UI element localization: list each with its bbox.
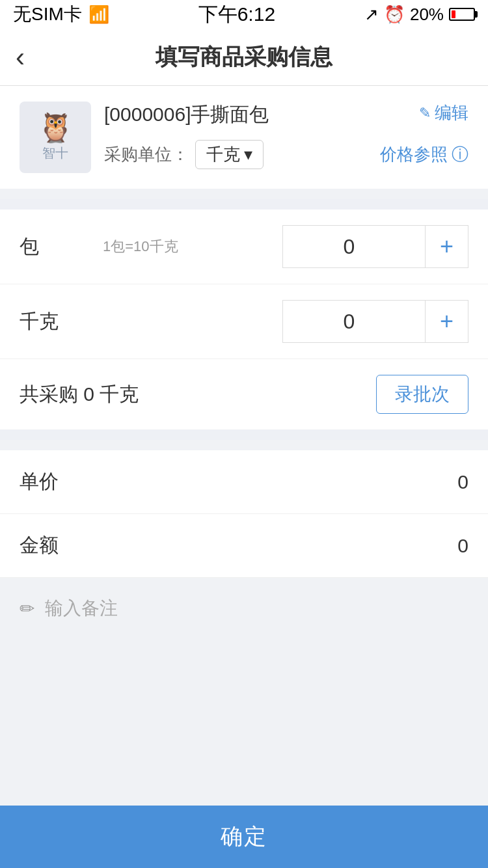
kg-plus-button[interactable]: + [426,300,468,343]
edit-label: 编辑 [435,102,468,124]
status-right: ↗ ⏰ 20% [364,5,475,25]
product-thumbnail: 🦉 智十 [20,102,91,173]
help-icon: ⓘ [452,143,468,166]
price-ref-label: 价格参照 [380,143,448,166]
bag-sublabel: 1包=10千克 [103,237,178,256]
battery-indicator [449,8,475,21]
bag-input-row: 包 1包=10千克 + [0,210,488,284]
status-bar: 无SIM卡 📶 下午6:12 ↗ ⏰ 20% [0,0,488,29]
summary-text: 共采购 0 千克 [20,381,139,408]
kg-input-right: + [282,300,468,343]
product-owl-icon: 🦉 [38,113,74,142]
section-divider-2 [0,429,488,440]
carrier-label: 无SIM卡 [13,2,82,27]
unit-label-row: 采购单位： 千克 ▾ [104,140,264,169]
unit-price-value: 0 [457,471,468,493]
edit-icon: ✎ [419,105,431,122]
unit-prefix: 采购单位： [104,143,189,166]
product-card: 🦉 智十 [0000006]手撕面包 ✎ 编辑 采购单位： 千克 ▾ 价格参照 … [0,86,488,189]
unit-price-label: 单价 [20,468,59,495]
price-ref-button[interactable]: 价格参照 ⓘ [380,143,468,166]
product-thumb-label: 智十 [42,144,68,162]
bag-label: 包 [20,234,98,260]
edit-button[interactable]: ✎ 编辑 [419,102,468,124]
kg-quantity-input[interactable] [282,300,426,343]
amount-label: 金额 [20,532,59,559]
amount-row: 金额 0 [0,514,488,578]
unit-value: 千克 [206,143,240,166]
unit-price-row: 单价 0 [0,450,488,514]
remark-section[interactable]: ✏ 输入备注 [0,578,488,639]
pencil-icon: ✏ [20,598,34,619]
price-section: 单价 0 金额 0 [0,450,488,578]
dropdown-icon: ▾ [244,144,252,165]
amount-value: 0 [457,535,468,557]
confirm-button[interactable]: 确定 [0,806,488,868]
wifi-icon: 📶 [88,5,109,25]
kg-input-row: 千克 + [0,284,488,359]
section-divider-1 [0,199,488,210]
product-info: [0000006]手撕面包 ✎ 编辑 采购单位： 千克 ▾ 价格参照 ⓘ [104,102,468,169]
bag-input-right: + [282,225,468,268]
input-section: 包 1包=10千克 + 千克 + [0,210,488,359]
time-label: 下午6:12 [198,1,275,28]
battery-percent: 20% [410,5,444,25]
summary-row: 共采购 0 千克 录批次 [0,359,488,429]
remark-placeholder: 输入备注 [45,596,118,621]
batch-button[interactable]: 录批次 [376,375,468,414]
status-left: 无SIM卡 📶 [13,2,109,27]
page-title: 填写商品采购信息 [156,42,332,72]
bag-quantity-input[interactable] [282,225,426,268]
bag-plus-button[interactable]: + [426,225,468,268]
product-name: [0000006]手撕面包 [104,102,269,128]
back-button[interactable]: ‹ [16,44,25,71]
nav-bar: ‹ 填写商品采购信息 [0,29,488,86]
alarm-icon: ⏰ [384,5,405,25]
location-icon: ↗ [364,5,379,25]
unit-select[interactable]: 千克 ▾ [195,140,264,169]
kg-label: 千克 [20,308,98,335]
